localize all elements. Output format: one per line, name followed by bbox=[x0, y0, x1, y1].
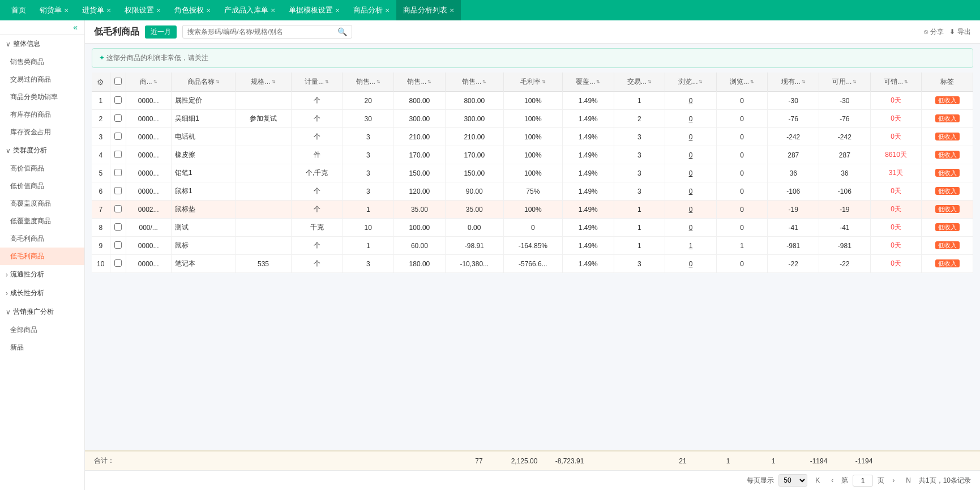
first-page-button[interactable]: K bbox=[812, 475, 823, 485]
page-number-input[interactable] bbox=[853, 475, 873, 487]
sort-icon[interactable]: ⇅ bbox=[325, 79, 329, 84]
prev-page-button[interactable]: ‹ bbox=[828, 475, 837, 485]
row-name[interactable]: 属性定价 bbox=[171, 92, 235, 110]
row-browse1[interactable]: 0 bbox=[665, 201, 717, 219]
nav-home[interactable]: 首页 bbox=[5, 0, 33, 20]
last-page-button[interactable]: N bbox=[902, 475, 914, 485]
sidebar-item-high-coverage[interactable]: 高覆盖度商品 bbox=[0, 195, 84, 212]
nav-roles[interactable]: 角色授权 ✕ bbox=[168, 0, 217, 20]
row-name[interactable]: 吴细细1 bbox=[171, 110, 235, 128]
sidebar-item-sales-goods[interactable]: 销售类商品 bbox=[0, 53, 84, 71]
row-name[interactable]: 铅笔1 bbox=[171, 164, 235, 182]
row-browse1[interactable]: 0 bbox=[665, 255, 717, 273]
sidebar-item-low-margin[interactable]: 低毛利商品 bbox=[0, 248, 84, 265]
sidebar-item-high-margin[interactable]: 高毛利商品 bbox=[0, 230, 84, 248]
sort-icon[interactable]: ⇅ bbox=[482, 79, 486, 84]
row-name[interactable]: 笔记本 bbox=[171, 255, 235, 273]
sort-icon[interactable]: ⇅ bbox=[376, 79, 380, 84]
nav-product-analysis[interactable]: 商品分析 ✕ bbox=[346, 0, 396, 20]
sort-icon[interactable]: ⇅ bbox=[153, 79, 157, 84]
sort-icon[interactable]: ⇅ bbox=[802, 79, 806, 84]
row-name[interactable]: 鼠标1 bbox=[171, 182, 235, 201]
row-coverage: 1.49% bbox=[562, 128, 614, 146]
close-icon[interactable]: ✕ bbox=[156, 7, 161, 14]
row-checkbox[interactable] bbox=[110, 255, 126, 273]
row-name[interactable]: 测试 bbox=[171, 219, 235, 237]
close-icon[interactable]: ✕ bbox=[64, 7, 69, 14]
sidebar-group-liquidity[interactable]: › 流通性分析 bbox=[0, 265, 84, 284]
sort-icon[interactable]: ⇅ bbox=[596, 79, 600, 84]
sort-icon[interactable]: ⇅ bbox=[272, 79, 276, 84]
sidebar-item-category-assist[interactable]: 商品分类助销率 bbox=[0, 88, 84, 106]
row-checkbox[interactable] bbox=[110, 164, 126, 182]
row-checkbox[interactable] bbox=[110, 110, 126, 128]
row-sales-qty: 1 bbox=[343, 237, 394, 255]
sort-icon[interactable]: ⇅ bbox=[904, 79, 908, 84]
search-input[interactable] bbox=[187, 28, 337, 36]
sort-icon[interactable]: ⇅ bbox=[542, 79, 546, 84]
close-icon[interactable]: ✕ bbox=[335, 7, 340, 14]
row-browse1[interactable]: 0 bbox=[665, 128, 717, 146]
share-button[interactable]: ⎋ 分享 bbox=[924, 27, 944, 37]
nav-permissions[interactable]: 权限设置 ✕ bbox=[118, 0, 168, 20]
sidebar-item-traded-goods[interactable]: 交易过的商品 bbox=[0, 71, 84, 88]
close-icon[interactable]: ✕ bbox=[206, 7, 211, 14]
sort-icon[interactable]: ⇅ bbox=[699, 79, 703, 84]
row-browse1[interactable]: 0 bbox=[665, 182, 717, 201]
row-sales-amt: 170.00 bbox=[394, 146, 446, 164]
sidebar-group-marketing[interactable]: ∨ 营销推广分析 bbox=[0, 302, 84, 321]
close-icon[interactable]: ✕ bbox=[106, 7, 111, 14]
row-name[interactable]: 橡皮擦 bbox=[171, 146, 235, 164]
row-browse1[interactable]: 0 bbox=[665, 110, 717, 128]
sidebar-item-new-goods[interactable]: 新品 bbox=[0, 339, 84, 356]
search-icon[interactable]: 🔍 bbox=[337, 27, 347, 36]
time-filter-button[interactable]: 近一月 bbox=[145, 25, 177, 39]
row-name[interactable]: 电话机 bbox=[171, 128, 235, 146]
row-browse1[interactable]: 0 bbox=[665, 219, 717, 237]
nav-finished-goods[interactable]: 产成品入库单 ✕ bbox=[217, 0, 282, 20]
nav-sales-order[interactable]: 销货单 ✕ bbox=[33, 0, 75, 20]
sort-icon[interactable]: ⇅ bbox=[853, 79, 857, 84]
nav-template-settings[interactable]: 单据模板设置 ✕ bbox=[282, 0, 346, 20]
row-browse1[interactable]: 0 bbox=[665, 146, 717, 164]
next-page-button[interactable]: › bbox=[889, 475, 898, 485]
row-browse1[interactable]: 1 bbox=[665, 237, 717, 255]
row-checkbox[interactable] bbox=[110, 201, 126, 219]
row-checkbox[interactable] bbox=[110, 92, 126, 110]
row-browse1[interactable]: 0 bbox=[665, 92, 717, 110]
sort-icon[interactable]: ⇅ bbox=[427, 79, 431, 84]
row-num: 8 bbox=[92, 219, 110, 237]
row-num: 1 bbox=[92, 92, 110, 110]
export-button[interactable]: ⬇ 导出 bbox=[949, 27, 971, 37]
nav-purchase-order[interactable]: 进货单 ✕ bbox=[75, 0, 118, 20]
sidebar-item-low-value[interactable]: 低价值商品 bbox=[0, 177, 84, 195]
select-all-checkbox[interactable] bbox=[114, 78, 122, 85]
sidebar-item-low-coverage[interactable]: 低覆盖度商品 bbox=[0, 212, 84, 230]
row-checkbox[interactable] bbox=[110, 237, 126, 255]
sidebar-group-cluster[interactable]: ∨ 类群度分析 bbox=[0, 141, 84, 160]
row-coverage: 1.49% bbox=[562, 182, 614, 201]
row-checkbox[interactable] bbox=[110, 219, 126, 237]
sort-icon[interactable]: ⇅ bbox=[750, 79, 754, 84]
sidebar-group-overall[interactable]: ∨ 整体信息 bbox=[0, 35, 84, 53]
row-name[interactable]: 鼠标 bbox=[171, 237, 235, 255]
sort-icon[interactable]: ⇅ bbox=[648, 79, 652, 84]
per-page-select[interactable]: 50 20 100 bbox=[778, 474, 807, 487]
sidebar-item-in-stock[interactable]: 有库存的商品 bbox=[0, 106, 84, 123]
sort-icon[interactable]: ⇅ bbox=[216, 79, 220, 84]
collapse-button[interactable]: « bbox=[71, 23, 80, 32]
row-checkbox[interactable] bbox=[110, 128, 126, 146]
close-icon[interactable]: ✕ bbox=[385, 7, 390, 14]
row-name[interactable]: 鼠标垫 bbox=[171, 201, 235, 219]
close-icon[interactable]: ✕ bbox=[271, 7, 275, 14]
sidebar-group-growth[interactable]: › 成长性分析 bbox=[0, 284, 84, 302]
nav-product-analysis-list[interactable]: 商品分析列表 ✕ bbox=[396, 0, 461, 20]
sidebar-item-stock-capital[interactable]: 库存资金占用 bbox=[0, 123, 84, 141]
settings-icon[interactable]: ⚙ bbox=[97, 78, 104, 87]
row-checkbox[interactable] bbox=[110, 146, 126, 164]
close-icon[interactable]: ✕ bbox=[450, 7, 454, 14]
row-browse1[interactable]: 0 bbox=[665, 164, 717, 182]
row-checkbox[interactable] bbox=[110, 182, 126, 201]
sidebar-item-all-goods[interactable]: 全部商品 bbox=[0, 321, 84, 339]
sidebar-item-high-value[interactable]: 高价值商品 bbox=[0, 160, 84, 177]
